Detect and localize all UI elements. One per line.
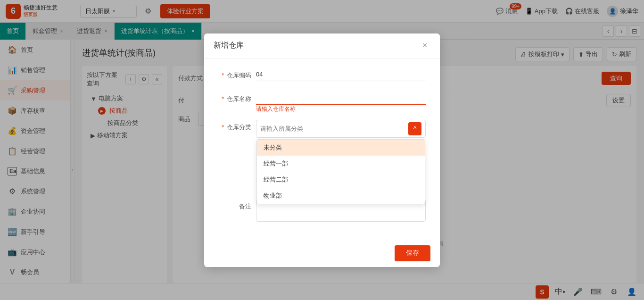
category-input[interactable]	[260, 125, 408, 132]
modal-new-warehouse: 新增仓库 × * 仓库编码 * 仓库名称 请输入仓库名称	[204, 33, 440, 267]
name-label: * 仓库名称	[218, 92, 256, 107]
modal-body: * 仓库编码 * 仓库名称 请输入仓库名称 *	[204, 58, 440, 240]
modal-title: 新增仓库	[214, 41, 244, 50]
modal-footer: 保存	[204, 240, 440, 267]
save-button[interactable]: 保存	[395, 245, 430, 261]
notes-label: 备注	[218, 199, 256, 214]
name-error-message: 请输入仓库名称	[256, 105, 296, 113]
code-form-row: * 仓库编码	[218, 68, 426, 83]
name-form-row: * 仓库名称 请输入仓库名称	[218, 92, 426, 107]
name-input-container: 请输入仓库名称	[256, 92, 426, 105]
category-dropdown: 未分类 经营一部 经营二部 物业部	[256, 139, 425, 204]
modal-header: 新增仓库 ×	[204, 33, 440, 58]
category-form-row: * 仓库分类 ^ 未分类 经营一部 经营二部 物业部	[218, 120, 426, 138]
modal-overlay[interactable]: 新增仓库 × * 仓库编码 * 仓库名称 请输入仓库名称	[0, 0, 644, 300]
code-input[interactable]	[256, 68, 426, 81]
category-input-wrapper: ^ 未分类 经营一部 经营二部 物业部	[256, 120, 426, 138]
dropdown-item-none[interactable]: 未分类	[257, 140, 425, 156]
dropdown-item-property[interactable]: 物业部	[257, 188, 425, 204]
code-label: * 仓库编码	[218, 68, 256, 83]
dropdown-item-dept1[interactable]: 经营一部	[257, 156, 425, 172]
category-toggle-button[interactable]: ^	[408, 122, 421, 135]
dropdown-item-dept2[interactable]: 经营二部	[257, 172, 425, 188]
modal-close-button[interactable]: ×	[419, 40, 430, 51]
category-label: * 仓库分类	[218, 120, 256, 135]
name-input[interactable]	[256, 92, 426, 105]
